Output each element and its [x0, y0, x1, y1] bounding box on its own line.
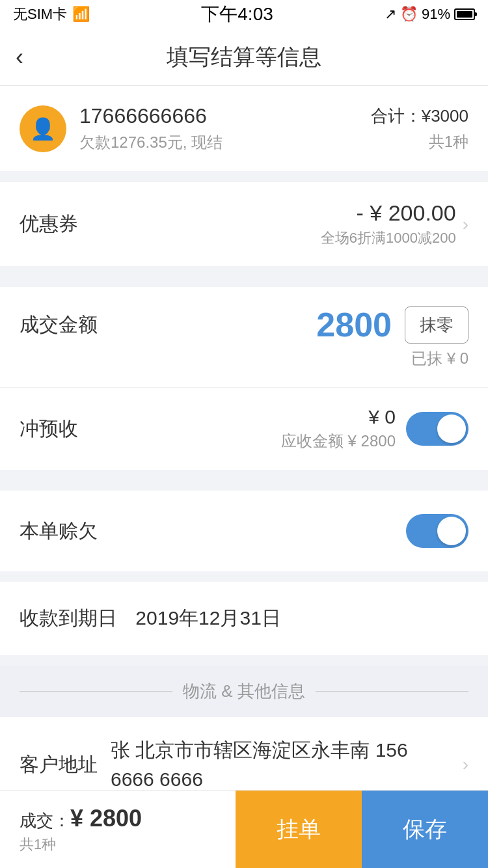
debt-section: 本单赊欠 [0, 491, 488, 571]
amount-sub: 已抹 ¥ 0 [20, 348, 468, 369]
back-button[interactable]: ‹ [16, 44, 23, 71]
bottom-summary: 成交：¥ 2800 共1种 [0, 805, 236, 854]
battery-text: 91% [422, 6, 450, 23]
header-line-left [20, 691, 172, 692]
user-phone: 17666666666 [79, 104, 223, 128]
duedate-value: 2019年12月31日 [135, 607, 280, 629]
total-count: 共1种 [371, 131, 468, 152]
user-info: 17666666666 欠款1276.35元, 现结 [79, 104, 223, 153]
debt-label: 本单赊欠 [20, 518, 98, 545]
coupon-desc: 全场6折满1000减200 [321, 228, 456, 248]
prepay-row: 冲预收 ¥ 0 应收金额 ¥ 2800 [20, 406, 468, 452]
address-label: 客户地址 [20, 752, 98, 778]
summary-label: 成交： [20, 811, 70, 830]
gps-icon: ↗ [385, 6, 396, 23]
user-right: 合计：¥3000 共1种 [371, 105, 468, 152]
amount-label: 成交金额 [20, 312, 98, 338]
bottom-summary-top: 成交：¥ 2800 [20, 805, 216, 832]
amount-row: 成交金额 2800 抹零 [20, 305, 468, 344]
page-title: 填写结算等信息 [167, 42, 321, 72]
sim-text: 无SIM卡 [13, 5, 67, 24]
prepay-sub: 应收金额 ¥ 2800 [281, 431, 396, 452]
amount-value: 2800 [316, 305, 392, 344]
logistics-label: 物流 & 其他信息 [183, 680, 305, 703]
avatar: 👤 [20, 105, 66, 152]
total-label: 合计：¥3000 [371, 105, 468, 128]
alarm-icon: ⏰ [400, 6, 418, 23]
amount-right: 2800 抹零 [316, 305, 468, 344]
debt-toggle[interactable] [406, 514, 468, 548]
round-button[interactable]: 抹零 [405, 306, 468, 344]
status-time: 下午4:03 [201, 2, 273, 27]
nav-bar: ‹ 填写结算等信息 [0, 29, 488, 86]
summary-amount: ¥ 2800 [70, 805, 142, 832]
content: 👤 17666666666 欠款1276.35元, 现结 合计：¥3000 共1… [0, 86, 488, 868]
coupon-amount: - ¥ 200.00 [321, 200, 456, 226]
prepay-label: 冲预收 [20, 416, 78, 442]
summary-count: 共1种 [20, 835, 216, 854]
address-chevron: › [463, 754, 468, 775]
status-bar: 无SIM卡 📶 下午4:03 ↗ ⏰ 91% [0, 0, 488, 29]
hang-button[interactable]: 挂单 [236, 791, 362, 869]
coupon-chevron: › [463, 214, 468, 235]
coupon-row[interactable]: 优惠券 - ¥ 200.00 全场6折满1000减200 › [0, 182, 488, 266]
coupon-label: 优惠券 [20, 211, 78, 237]
coupon-right: - ¥ 200.00 全场6折满1000减200 › [321, 200, 468, 248]
divider-2 [0, 480, 488, 491]
status-right: ↗ ⏰ 91% [385, 6, 475, 23]
prepay-right: ¥ 0 应收金额 ¥ 2800 [281, 406, 468, 452]
prepay-toggle[interactable] [406, 412, 468, 446]
duedate-section: 收款到期日 2019年12月31日 [0, 582, 488, 655]
user-row: 👤 17666666666 欠款1276.35元, 现结 合计：¥3000 共1… [0, 86, 488, 171]
user-debt: 欠款1276.35元, 现结 [79, 132, 223, 153]
prepay-amount-wrap: ¥ 0 应收金额 ¥ 2800 [281, 406, 396, 452]
header-line-right [316, 691, 468, 692]
save-button[interactable]: 保存 [362, 791, 488, 869]
user-left: 👤 17666666666 欠款1276.35元, 现结 [20, 104, 223, 153]
logistics-section-header: 物流 & 其他信息 [0, 666, 488, 717]
bottom-bar: 成交：¥ 2800 共1种 挂单 保存 [0, 790, 488, 868]
prepay-section: 冲预收 ¥ 0 应收金额 ¥ 2800 [0, 387, 488, 470]
amount-section: 成交金额 2800 抹零 已抹 ¥ 0 [0, 287, 488, 387]
wifi-icon: 📶 [72, 6, 90, 23]
divider-1 [0, 277, 488, 287]
battery-icon [454, 8, 475, 20]
prepay-amount: ¥ 0 [281, 406, 396, 428]
address-value: 张 北京市市辖区海淀区永丰南 156 6666 6666 [111, 735, 456, 794]
coupon-right-wrap: - ¥ 200.00 全场6折满1000减200 [321, 200, 456, 248]
duedate-label: 收款到期日 [20, 607, 117, 629]
status-left: 无SIM卡 📶 [13, 5, 90, 24]
